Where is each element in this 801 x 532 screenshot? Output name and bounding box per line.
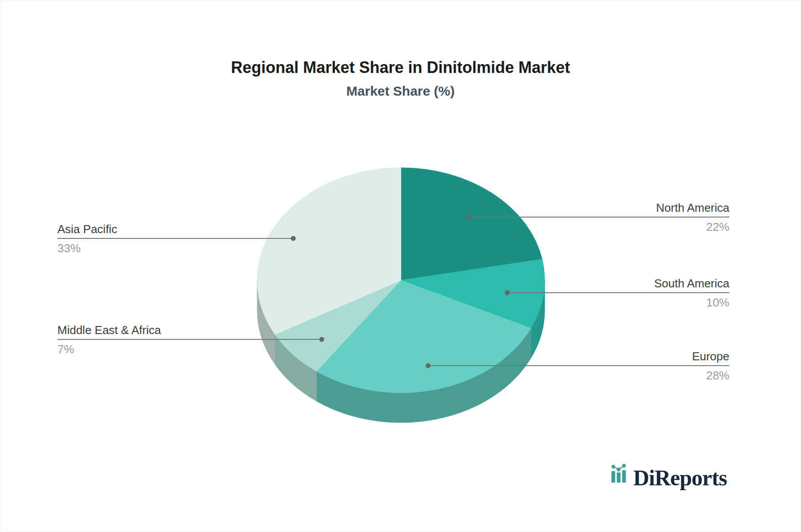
logo-dot-3 bbox=[622, 464, 626, 468]
leader-dot-north-america bbox=[467, 215, 472, 220]
pie-top-layer bbox=[257, 168, 545, 393]
chart-canvas: Regional Market Share in Dinitolmide Mar… bbox=[0, 0, 801, 532]
leader-dot-south-america bbox=[505, 290, 510, 295]
logo-bar-1 bbox=[611, 471, 615, 483]
leader-dot-europe bbox=[426, 363, 431, 368]
leader-dot-middle-east-africa bbox=[320, 337, 324, 342]
brand-logo: DiReports bbox=[610, 461, 727, 489]
pie-chart-svg bbox=[0, 0, 801, 532]
bar-line-chart-icon bbox=[610, 461, 630, 484]
logo-bar-2 bbox=[617, 472, 621, 483]
logo-bar-3 bbox=[622, 470, 626, 483]
logo-dot-2 bbox=[617, 468, 620, 471]
logo-dot-1 bbox=[611, 465, 615, 468]
leader-dot-asia-pacific bbox=[291, 236, 296, 241]
brand-name: DiReports bbox=[633, 467, 727, 489]
